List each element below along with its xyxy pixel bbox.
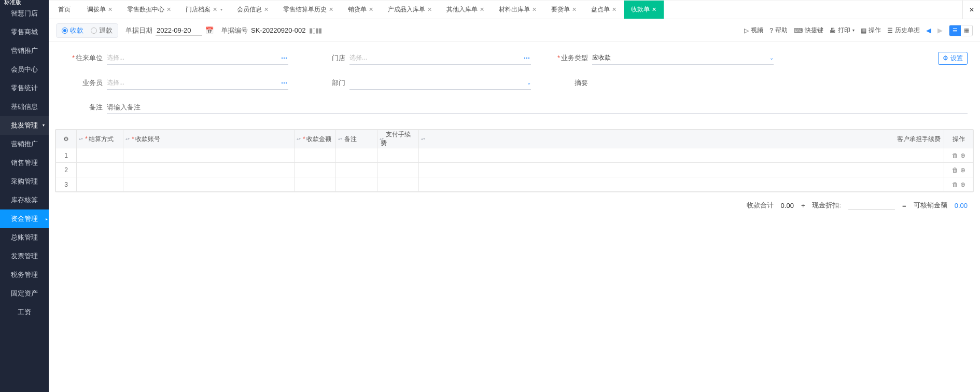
sort-icon[interactable]: ▴▾ [125,137,130,141]
close-icon[interactable]: ✕ [369,6,373,13]
sidebar-item-ledger[interactable]: 总账管理 [0,228,49,247]
close-all-tabs-button[interactable]: ✕ [962,1,980,19]
list-view-button[interactable]: ☰ [949,25,961,36]
sidebar-item-assets[interactable]: 固定资产 [0,284,49,303]
sort-icon[interactable]: ▴▾ [79,137,83,141]
play-icon: ▷ [744,27,749,34]
table-row[interactable]: 3 🗑⊕ [56,177,973,192]
tab-requisition[interactable]: 要货单✕ [544,1,584,19]
sort-icon[interactable]: ▴▾ [380,137,384,141]
close-icon[interactable]: ✕ [166,6,171,13]
sidebar-item-purchase[interactable]: 采购管理 [0,172,49,191]
sort-icon[interactable]: ▴▾ [297,137,301,141]
tool-print[interactable]: 🖶打印▾ [830,26,855,35]
settings-button[interactable]: ⚙设置 [938,52,968,65]
th-amount[interactable]: ▴▾ *收款金额 [295,130,336,148]
add-row-icon[interactable]: ⊕ [960,181,965,188]
table-row[interactable]: 2 🗑⊕ [56,163,973,177]
tab-transfer[interactable]: 调拨单✕ [80,1,120,19]
tab-other-in[interactable]: 其他入库单✕ [439,1,492,19]
biztype-select[interactable]: 应收款 ⌄ [592,51,774,65]
tab-member-info[interactable]: 会员信息✕ [230,1,276,19]
store-select[interactable]: 选择... ⋯ [349,51,531,65]
add-row-icon[interactable]: ⊕ [960,166,965,174]
doc-date-input[interactable] [156,25,202,36]
view-toggle: ☰ ▦ [949,25,973,36]
grid-view-button[interactable]: ▦ [961,25,972,36]
tab-material-out[interactable]: 材料出库单✕ [492,1,544,19]
tab-retail-settle-history[interactable]: 零售结算单历史✕ [276,1,341,19]
clerk-select[interactable]: 选择... ⋯ [107,76,288,90]
sidebar-item-invoice[interactable]: 发票管理 [0,247,49,265]
gear-icon: ⚙ [943,54,948,62]
barcode-icon[interactable]: ▮▯▮▮ [309,26,321,34]
sort-icon[interactable]: ▴▾ [421,137,425,141]
close-icon[interactable]: ✕ [213,6,217,13]
sidebar-subitem-sales[interactable]: 销售管理 [0,153,49,172]
delete-row-icon[interactable]: 🗑 [952,181,958,188]
summary-input[interactable] [592,76,774,90]
radio-collect[interactable]: 收款 [62,26,83,35]
table-row[interactable]: 1 🗑⊕ [56,148,973,163]
keyboard-icon: ⌨ [794,27,803,34]
sidebar-item-basic[interactable]: 基础信息 [0,97,49,116]
tab-store-archive[interactable]: 门店档案✕ [178,1,230,19]
close-icon[interactable]: ✕ [572,6,577,13]
close-icon[interactable]: ✕ [329,6,333,13]
close-icon[interactable]: ✕ [612,6,617,13]
tool-help[interactable]: ?帮助 [769,26,788,35]
th-note[interactable]: ▴▾ 备注 [336,130,377,148]
partner-select[interactable]: 选择... ⋯ [107,51,288,65]
sidebar-item-tax[interactable]: 税务管理 [0,265,49,284]
close-icon[interactable]: ✕ [264,6,269,13]
th-custfee[interactable]: ▴▾客户承担手续费 [419,130,944,148]
sidebar-group-wholesale[interactable]: 批发管理 ▴ [0,116,49,135]
tab-home[interactable]: 首页 [49,1,80,19]
close-icon[interactable]: ✕ [427,6,432,13]
sidebar-item-inventory[interactable]: 库存核算 [0,191,49,209]
add-row-icon[interactable]: ⊕ [960,152,965,159]
radio-refund[interactable]: 退款 [91,26,113,35]
sidebar-item-mall[interactable]: 零售商城 [0,23,49,41]
next-icon[interactable]: ▶ [937,26,943,34]
th-account[interactable]: ▴▾ *收款账号 [123,130,295,148]
remark-input[interactable] [107,101,968,114]
close-icon[interactable]: ✕ [532,6,537,13]
tab-stocktake[interactable]: 盘点单✕ [584,1,624,19]
th-fee[interactable]: ▴▾ 支付手续费 [377,130,419,148]
close-icon[interactable]: ✕ [108,6,113,13]
chevron-down-icon[interactable]: ⌄ [769,55,774,61]
tool-video[interactable]: ▷视频 [744,26,763,35]
tool-history[interactable]: ☰历史单据 [887,26,920,35]
sidebar-item-smartstore[interactable]: 智慧门店 [0,4,49,23]
tool-shortcut[interactable]: ⌨快捷键 [794,26,823,35]
sidebar-item-marketing[interactable]: 营销推广 [0,41,49,60]
sidebar-item-salary[interactable]: 工资 [0,303,49,321]
sidebar-item-stats[interactable]: 零售统计 [0,79,49,97]
delete-row-icon[interactable]: 🗑 [952,152,958,159]
tool-operate[interactable]: ▦操作 [861,26,881,35]
th-settle[interactable]: ▴▾ *结算方式 [77,130,123,148]
tab-finished-goods-in[interactable]: 产成品入库单✕ [381,1,439,19]
close-icon[interactable]: ✕ [480,6,484,13]
column-config-header[interactable]: ⚙ [56,130,77,148]
tab-receipt[interactable]: 收款单✕ [624,1,664,19]
cash-discount-input[interactable] [848,201,895,209]
prev-icon[interactable]: ◀ [926,26,931,34]
more-icon[interactable]: ⋯ [281,54,288,62]
tabs-bar: 首页 调拨单✕ 零售数据中心✕ 门店档案✕ 会员信息✕ 零售结算单历史✕ 销货单… [49,1,980,19]
totals-bar: 收款合计 0.00 + 现金折扣: = 可核销金额 0.00 [49,192,980,218]
tab-sales-order[interactable]: 销货单✕ [341,1,381,19]
close-icon[interactable]: ✕ [652,6,656,13]
more-icon[interactable]: ⋯ [524,54,531,62]
sidebar-subitem-marketing[interactable]: 营销推广 [0,135,49,153]
more-icon[interactable]: ⋯ [281,79,288,87]
delete-row-icon[interactable]: 🗑 [952,166,958,174]
chevron-down-icon[interactable]: ⌄ [527,80,531,86]
sort-icon[interactable]: ▴▾ [338,137,342,141]
sidebar-item-funds[interactable]: 资金管理 ▸ [0,209,49,228]
tab-retail-data[interactable]: 零售数据中心✕ [120,1,178,19]
sidebar-item-member[interactable]: 会员中心 [0,60,49,79]
calendar-icon[interactable]: 📅 [205,26,214,34]
dept-select[interactable]: ⌄ [349,76,531,90]
